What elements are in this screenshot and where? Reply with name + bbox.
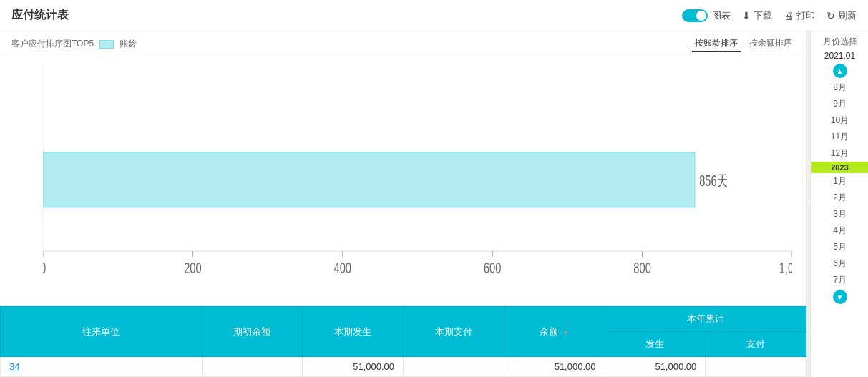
- svg-text:800: 800: [633, 259, 650, 277]
- chart-header: 客户应付排序图TOP5 账龄 按账龄排序 按余额排序: [0, 31, 806, 57]
- balance-sort-icon: ▼: [562, 329, 569, 336]
- col-balance: 余额 ▼: [504, 307, 605, 357]
- header: 应付统计表 图表 ⬇ 下载 🖨 打印 ↻ 刷新: [0, 0, 868, 31]
- table-area: 往来单位 期初余额 本期发生 本期支付 余额 ▼ 本年累计 发生: [0, 305, 806, 377]
- legend-title: 客户应付排序图TOP5: [11, 38, 94, 50]
- month-10[interactable]: 10月: [811, 112, 868, 129]
- svg-text:1,000: 1,000: [779, 259, 792, 277]
- month-11[interactable]: 11月: [811, 129, 868, 145]
- col-occur: 本期发生: [303, 307, 404, 357]
- month-12[interactable]: 12月: [811, 145, 868, 162]
- chart-sort-buttons: 按账龄排序 按余额排序: [692, 36, 795, 52]
- refresh-button[interactable]: ↻ 刷新: [826, 9, 857, 22]
- sidebar-months: 8月 9月 10月 11月 12月 2023 1月 2月 3月 4月 5月 6月…: [811, 79, 868, 288]
- month-5[interactable]: 5月: [811, 239, 868, 255]
- col-ytd-pay: 支付: [706, 332, 806, 357]
- svg-text:200: 200: [184, 259, 201, 277]
- month-1[interactable]: 1月: [811, 173, 868, 190]
- page-title: 应付统计表: [11, 8, 69, 23]
- download-label: 下载: [754, 9, 772, 22]
- month-8[interactable]: 8月: [811, 79, 868, 96]
- year-2023-marker: 2023: [811, 162, 868, 173]
- download-button[interactable]: ⬇ 下载: [742, 9, 772, 22]
- legend-text: 账龄: [120, 38, 137, 50]
- chart-panel: 客户应付排序图TOP5 账龄 按账龄排序 按余额排序: [0, 31, 806, 377]
- table-row: 34 51,000.00 51,000.00 51,000.00: [1, 357, 806, 377]
- month-3[interactable]: 3月: [811, 206, 868, 222]
- col-vendor: 往来单位: [1, 307, 203, 357]
- chart-label: 图表: [712, 9, 731, 22]
- sidebar-title: 月份选择: [823, 36, 857, 48]
- col-opening: 期初余额: [202, 307, 303, 357]
- svg-text:400: 400: [334, 259, 351, 277]
- print-button[interactable]: 🖨 打印: [784, 9, 815, 22]
- sidebar-down-button[interactable]: ▼: [833, 290, 847, 304]
- sidebar-year-display: 2021.01: [824, 51, 855, 61]
- svg-text:856天: 856天: [699, 172, 727, 190]
- sort-by-balance-button[interactable]: 按余额排序: [746, 36, 795, 52]
- month-6[interactable]: 6月: [811, 255, 868, 272]
- col-ytd-occur: 发生: [605, 332, 706, 357]
- app-container: 应付统计表 图表 ⬇ 下载 🖨 打印 ↻ 刷新: [0, 0, 868, 377]
- month-9[interactable]: 9月: [811, 96, 868, 112]
- header-actions: 图表 ⬇ 下载 🖨 打印 ↻ 刷新: [682, 9, 857, 22]
- right-sidebar: 月份选择 2021.01 ▲ 8月 9月 10月 11月 12月 2023 1月…: [811, 31, 868, 377]
- ytd-pay-cell: [706, 357, 806, 377]
- print-icon: 🖨: [784, 10, 794, 21]
- print-label: 打印: [796, 9, 815, 22]
- vendor-cell[interactable]: 34: [1, 357, 203, 377]
- data-table: 往来单位 期初余额 本期发生 本期支付 余额 ▼ 本年累计 发生: [0, 306, 806, 377]
- legend-box: [99, 40, 114, 49]
- chart-svg: 0 200 400 600 800 1,000 34 856天: [43, 64, 792, 284]
- chart-toggle-group: 图表: [682, 9, 731, 22]
- ytd-occur-cell: 51,000.00: [605, 357, 706, 377]
- main-content: 客户应付排序图TOP5 账龄 按账龄排序 按余额排序: [0, 31, 868, 377]
- sidebar-up-button[interactable]: ▲: [833, 64, 847, 78]
- chart-toggle[interactable]: [682, 9, 708, 22]
- opening-balance-cell: [202, 357, 303, 377]
- month-4[interactable]: 4月: [811, 222, 868, 239]
- svg-text:600: 600: [484, 259, 501, 277]
- svg-rect-15: [43, 152, 695, 207]
- current-pay-cell: [404, 357, 504, 377]
- chart-body: 0 200 400 600 800 1,000 34 856天: [0, 57, 806, 305]
- month-2[interactable]: 2月: [811, 190, 868, 206]
- sort-by-amount-button[interactable]: 按账龄排序: [692, 36, 741, 52]
- current-occur-cell: 51,000.00: [303, 357, 404, 377]
- refresh-label: 刷新: [838, 9, 857, 22]
- col-pay: 本期支付: [404, 307, 504, 357]
- col-ytd: 本年累计: [605, 307, 806, 332]
- month-7[interactable]: 7月: [811, 272, 868, 288]
- chart-legend: 客户应付排序图TOP5 账龄: [11, 38, 137, 50]
- download-icon: ⬇: [742, 10, 751, 21]
- refresh-icon: ↻: [826, 10, 835, 21]
- balance-cell: 51,000.00: [504, 357, 605, 377]
- svg-text:0: 0: [43, 259, 46, 277]
